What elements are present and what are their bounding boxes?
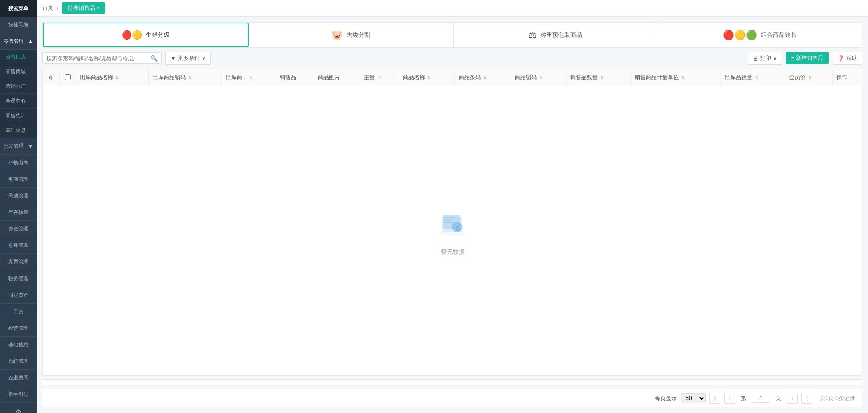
sort-outlet-name[interactable]: ⇅: [115, 75, 119, 80]
col-outlet-name[interactable]: 出库商品名称 ⇅: [76, 69, 149, 86]
meat-cut-label: 肉类分割: [346, 31, 370, 39]
sidebar-sub-basic-info[interactable]: 基础信息: [0, 123, 37, 138]
search-box[interactable]: 🔍: [42, 52, 162, 64]
sidebar-item-tax[interactable]: 税务管理: [0, 270, 37, 287]
sidebar-section-retail[interactable]: 零售管理 ▲: [0, 33, 37, 50]
col-item-name[interactable]: 商品名称 ⇅: [399, 69, 455, 86]
sidebar-item-newbie[interactable]: 新手引导: [0, 386, 37, 403]
tab-scale-prepack[interactable]: ⚖ 称重预包装商品: [454, 23, 658, 47]
sidebar-item-basic-info2[interactable]: 基础信息: [0, 337, 37, 353]
sidebar-item-inventory[interactable]: 库存核算: [0, 204, 37, 221]
print-label: 打印: [760, 54, 771, 62]
first-page-btn[interactable]: ⟨⟨: [709, 393, 720, 404]
empty-state: 暂无数据: [43, 86, 862, 375]
page-number-input[interactable]: [752, 394, 770, 403]
sidebar-item-ledger[interactable]: 总账管理: [0, 237, 37, 254]
col-weight[interactable]: 主量 ⇅: [360, 69, 399, 86]
print-button[interactable]: 🖨 打印 ∨: [748, 52, 782, 65]
col-outlet-qty[interactable]: 出库品数量 ⇅: [721, 69, 785, 86]
empty-text: 暂无数据: [441, 248, 465, 256]
new-sales-item-button[interactable]: + 新增销售品: [786, 52, 829, 64]
col-member-price[interactable]: 会员价 ⇅: [785, 69, 833, 86]
retail-mgmt-label: 零售管理: [4, 38, 24, 45]
col-item-image[interactable]: 商品图片: [314, 69, 360, 86]
filter-button[interactable]: ▼ 更多条件 ∨: [165, 52, 211, 65]
sort-barcode[interactable]: ⇅: [483, 75, 487, 80]
sort-sales-qty[interactable]: ⇅: [601, 75, 604, 80]
col-operation: 操作: [833, 69, 862, 86]
col-sales-unit[interactable]: 销售商品计量单位 ⇅: [631, 69, 721, 86]
breadcrumb-separator: /: [57, 6, 58, 11]
sidebar-gear-icon[interactable]: ⚙: [0, 403, 37, 413]
svg-rect-6: [444, 219, 452, 220]
sidebar-item-ops[interactable]: 经营管理: [0, 320, 37, 337]
retail-mgmt-arrow: ▲: [28, 39, 33, 44]
sort-member-price[interactable]: ⇅: [808, 75, 812, 80]
col-sales-qty[interactable]: 销售品数量 ⇅: [567, 69, 631, 86]
prev-page-btn[interactable]: ⟨: [724, 393, 735, 404]
col-barcode[interactable]: 商品条码 ⇅: [455, 69, 511, 86]
sidebar-section-wholesale[interactable]: 批发管理 ▼: [0, 138, 37, 155]
data-table: ⚙ 出库商品名称 ⇅ 出库商品编码 ⇅: [43, 69, 862, 86]
sidebar-item-ecommerce-mgmt[interactable]: 电商管理: [0, 171, 37, 188]
sidebar-item-quick-nav[interactable]: 快捷导航: [0, 17, 37, 33]
sort-outlet-spec[interactable]: ⇅: [249, 75, 253, 80]
tab-close-btn[interactable]: ×: [97, 6, 100, 11]
help-button[interactable]: ❓ 帮助: [833, 52, 862, 65]
select-all-checkbox[interactable]: [65, 74, 71, 80]
sort-sales-unit[interactable]: ⇅: [681, 75, 685, 80]
sort-item-code[interactable]: ⇅: [539, 75, 543, 80]
quick-nav-label: 快捷导航: [8, 21, 28, 28]
tab-combo-sales[interactable]: 🔴🟡🟢 组合商品销售: [658, 23, 862, 47]
sidebar-sub-retail-mall[interactable]: 零售商城: [0, 64, 37, 79]
horizontal-scrollbar[interactable]: [42, 379, 862, 385]
sidebar-item-invoice[interactable]: 发票管理: [0, 254, 37, 270]
col-settings[interactable]: ⚙: [43, 69, 59, 86]
filter-label: 更多条件: [178, 54, 200, 62]
col-item-code[interactable]: 商品编码 ⇅: [511, 69, 567, 86]
sidebar-sub-retail-stats[interactable]: 零售统计: [0, 109, 37, 123]
search-icon[interactable]: 🔍: [150, 55, 158, 62]
feature-tabs: 🔴🟡 生鲜分级 🐷 肉类分割 ⚖ 称重预包装商品 🔴🟡🟢 组合商品销售: [42, 22, 862, 48]
sidebar-item-purchase[interactable]: 采购管理: [0, 188, 37, 204]
toolbar-left: 🔍 ▼ 更多条件 ∨: [42, 52, 211, 65]
sidebar-item-finance[interactable]: 资金管理: [0, 221, 37, 237]
svg-point-4: [456, 226, 460, 231]
col-outlet-code[interactable]: 出库商品编码 ⇅: [149, 69, 222, 86]
sort-outlet-qty[interactable]: ⇅: [755, 75, 759, 80]
new-button-label: + 新增销售品: [791, 54, 823, 62]
sidebar-item-sys-mgmt[interactable]: 系统管理: [0, 353, 37, 370]
sort-outlet-code[interactable]: ⇅: [188, 75, 192, 80]
tab-meat-cut[interactable]: 🐷 肉类分割: [249, 23, 453, 47]
sidebar-item-wages[interactable]: 工资: [0, 304, 37, 320]
search-input[interactable]: [46, 55, 148, 62]
combo-sales-label: 组合商品销售: [761, 31, 797, 39]
sidebar-item-mini-ecommerce[interactable]: 小畅电商: [0, 155, 37, 171]
sidebar-sub-member-center[interactable]: 会员中心: [0, 94, 37, 109]
sidebar-search[interactable]: 搜索菜单: [0, 0, 37, 17]
sort-weight[interactable]: ⇅: [378, 75, 381, 80]
scale-icon: ⚖: [528, 29, 537, 40]
sidebar-sub-sales-promo[interactable]: 营销推广: [0, 79, 37, 94]
col-checkbox[interactable]: [59, 69, 76, 86]
sidebar-item-fixed-assets[interactable]: 固定资产: [0, 287, 37, 304]
active-tab-label: 特殊销售品: [68, 4, 95, 12]
last-page-btn[interactable]: ⟩⟩: [801, 393, 812, 404]
content-area: 🔴🟡 生鲜分级 🐷 肉类分割 ⚖ 称重预包装商品 🔴🟡🟢 组合商品销售: [37, 17, 868, 413]
per-page-select[interactable]: 50 10 20 100: [681, 393, 706, 403]
sidebar-item-corp[interactable]: 企业协同: [0, 370, 37, 386]
toolbar: 🔍 ▼ 更多条件 ∨ 🖨 打印 ∨ + 新增销售品 ❓: [42, 52, 862, 65]
col-outlet-spec[interactable]: 出库商... ⇅: [221, 69, 276, 86]
help-label: 帮助: [846, 54, 857, 62]
sidebar-sub-smart-store[interactable]: 智慧门店: [0, 50, 37, 64]
sort-item-name[interactable]: ⇅: [427, 75, 431, 80]
filter-arrow: ∨: [202, 55, 206, 62]
tab-fresh-grading[interactable]: 🔴🟡 生鲜分级: [43, 23, 249, 47]
total-label: 共0页 0条记录: [820, 395, 855, 402]
page-label-before: 第: [741, 395, 746, 402]
combo-icon: 🔴🟡🟢: [723, 29, 757, 40]
col-sales-item[interactable]: 销售品: [276, 69, 314, 86]
next-page-btn[interactable]: ⟩: [787, 393, 798, 404]
breadcrumb-home[interactable]: 首页: [42, 4, 53, 12]
active-tab[interactable]: 特殊销售品 ×: [62, 2, 105, 14]
